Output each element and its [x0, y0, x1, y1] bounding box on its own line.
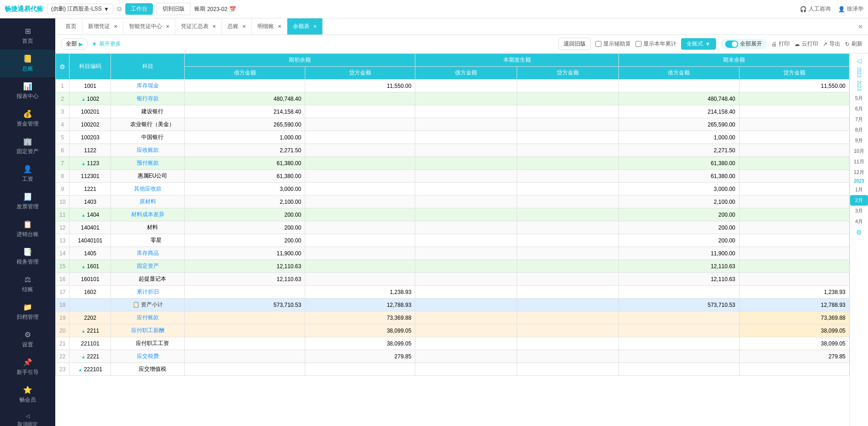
row-name[interactable]: 建设银行: [111, 105, 185, 118]
table-row: 15▲ 1601固定资产12,110.6312,110.63: [56, 260, 850, 273]
sidebar-item-settle[interactable]: ⚖ 结账: [0, 271, 55, 298]
row-code: 221101: [70, 337, 111, 350]
cal-month-10[interactable]: 10月: [850, 146, 868, 156]
row-name[interactable]: 应交税费: [111, 350, 185, 363]
ledger-icon: 📒: [23, 54, 32, 63]
row-name[interactable]: 固定资产: [111, 260, 185, 273]
table-setting-icon[interactable]: ⚙: [59, 63, 65, 70]
tab-ledger[interactable]: 总账 ✕: [222, 18, 252, 35]
aux-checkbox-input[interactable]: [595, 41, 601, 47]
all-filter-button[interactable]: 全部 ▶: [61, 38, 88, 50]
return-old-button[interactable]: 退回旧版: [559, 38, 591, 50]
tab-balance[interactable]: 余额表 ✕: [287, 18, 323, 35]
row-name[interactable]: 银行存款: [111, 92, 185, 105]
row-name[interactable]: 原材料: [111, 196, 185, 208]
show-ytd-checkbox[interactable]: 显示本年累计: [635, 40, 676, 48]
toolbar: 全部 ▶ ▼ 展开更多 退回旧版 显示辅助算 显示本年累计 全账式: [55, 35, 868, 53]
tab-voucher-summary[interactable]: 凭证汇总表 ✕: [175, 18, 222, 35]
sidebar-item-vip[interactable]: ⭐ 畅会员: [0, 381, 55, 409]
vip-icon: ⭐: [23, 386, 32, 394]
row-name[interactable]: 其他应收款: [111, 183, 185, 196]
ytd-label: 显示本年累计: [643, 40, 676, 48]
row-name[interactable]: 📋 资产小计: [111, 299, 185, 311]
cal-month-2[interactable]: 2月: [850, 195, 868, 206]
tab-detail[interactable]: 明细账 ✕: [252, 18, 287, 35]
row-name[interactable]: 库存现金: [111, 80, 185, 92]
cal-month-4[interactable]: 4月: [850, 216, 868, 227]
row-name[interactable]: 零星: [111, 234, 185, 247]
sales-icon: 📋: [23, 220, 32, 229]
row-name[interactable]: 库存商品: [111, 247, 185, 260]
sidebar-item-report[interactable]: 📊 报表中心: [0, 77, 55, 105]
row-name[interactable]: 累计折旧: [111, 286, 185, 299]
row-name[interactable]: 预付账款: [111, 157, 185, 170]
close-debit: [618, 80, 739, 92]
refresh-button[interactable]: ↻ 刷新: [845, 40, 862, 48]
tab-smart-center[interactable]: 智能凭证中心 ✕: [123, 18, 175, 35]
sidebar-item-settings[interactable]: ⚙ 设置: [0, 326, 55, 353]
tab-detail-close[interactable]: ✕: [278, 24, 281, 29]
tab-voucher-summary-close[interactable]: ✕: [212, 24, 216, 29]
print-button[interactable]: 🖨 打印: [771, 40, 790, 48]
sidebar-item-sales[interactable]: 📋 进销台账: [0, 215, 55, 243]
sidebar-item-asset[interactable]: 🏢 固定资产: [0, 132, 55, 160]
sidebar-item-capital[interactable]: 💰 资金管理: [0, 105, 55, 132]
row-name[interactable]: 农业银行（美金）: [111, 118, 185, 131]
row-name[interactable]: 惠属EU公司: [111, 170, 185, 183]
cal-month-6[interactable]: 6月: [850, 104, 868, 114]
sidebar-item-ledger[interactable]: 📒 总账: [0, 50, 55, 77]
tab-ledger-close[interactable]: ✕: [242, 24, 246, 29]
sidebar-item-invoice[interactable]: 🧾 发票管理: [0, 188, 55, 215]
export-button[interactable]: ↗ 导出: [823, 40, 840, 48]
open-credit: [305, 170, 415, 183]
cal-month-5[interactable]: 5月: [850, 93, 868, 104]
user-menu[interactable]: 👤 徐泽华: [838, 5, 863, 13]
sidebar-item-tax[interactable]: 📑 税务管理: [0, 243, 55, 271]
row-name[interactable]: 材料成本差异: [111, 208, 185, 221]
cal-month-11[interactable]: 11月: [850, 156, 868, 167]
expand-more-button[interactable]: ▼ 展开更多: [92, 40, 121, 48]
show-aux-checkbox[interactable]: 显示辅助算: [595, 40, 631, 48]
service-button[interactable]: 🎧 人工咨询: [800, 5, 831, 13]
company-select[interactable]: (勿删) 江西股圣-LSS ▼: [47, 4, 113, 14]
full-mode-button[interactable]: 全账式 ▼: [681, 38, 716, 50]
th-setting[interactable]: ⚙: [56, 54, 70, 80]
cal-month-3[interactable]: 3月: [850, 206, 868, 216]
calendar-icon[interactable]: 📅: [229, 6, 236, 12]
row-name[interactable]: 中国银行: [111, 131, 185, 144]
ytd-checkbox-input[interactable]: [635, 41, 641, 47]
cal-month-8[interactable]: 8月: [850, 125, 868, 135]
company-name: (勿删) 江西股圣-LSS: [51, 5, 102, 13]
row-name[interactable]: 应付职工薪酬: [111, 324, 185, 337]
workbench-button[interactable]: 工作台: [125, 3, 153, 15]
cal-expand-icon[interactable]: ◁: [856, 57, 862, 64]
sidebar-item-guide[interactable]: 📌 新手引导: [0, 353, 55, 381]
sidebar-item-salary[interactable]: 👤 工资: [0, 160, 55, 188]
cal-month-12[interactable]: 12月: [850, 167, 868, 178]
unpin-button[interactable]: ◁ 取消固定: [0, 409, 55, 426]
close-debit: [618, 337, 739, 350]
sidebar-item-home[interactable]: ⊞ 首页: [0, 22, 55, 50]
copy-icon[interactable]: ⧉: [117, 5, 122, 13]
toggle-switch[interactable]: [725, 40, 738, 48]
cal-settings-icon[interactable]: ⚙: [856, 229, 862, 236]
expand-all-toggle[interactable]: 全部展开: [721, 39, 767, 49]
row-name[interactable]: 起提显记本: [111, 273, 185, 286]
switch-old-button[interactable]: 切到旧版: [157, 3, 191, 15]
row-name[interactable]: 应交增值税: [111, 363, 185, 376]
sidebar-item-archive[interactable]: 📁 归档管理: [0, 298, 55, 326]
tab-new-voucher-close[interactable]: ✕: [114, 24, 117, 29]
cal-month-9[interactable]: 9月: [850, 135, 868, 146]
tab-balance-close[interactable]: ✕: [313, 24, 317, 29]
tab-home[interactable]: 首页: [60, 18, 82, 35]
row-name[interactable]: 应付账款: [111, 311, 185, 324]
cal-month-1[interactable]: 1月: [850, 184, 868, 195]
row-name[interactable]: 材料: [111, 221, 185, 234]
tab-new-voucher[interactable]: 新增凭证 ✕: [82, 18, 123, 35]
row-name[interactable]: 应付职工工资: [111, 337, 185, 350]
row-name[interactable]: 应收账款: [111, 144, 185, 157]
cloud-print-button[interactable]: ☁ 云打印: [794, 40, 818, 48]
close-all-tabs[interactable]: ✕: [858, 23, 863, 30]
cal-month-7[interactable]: 7月: [850, 114, 868, 125]
tab-smart-center-close[interactable]: ✕: [166, 24, 169, 29]
